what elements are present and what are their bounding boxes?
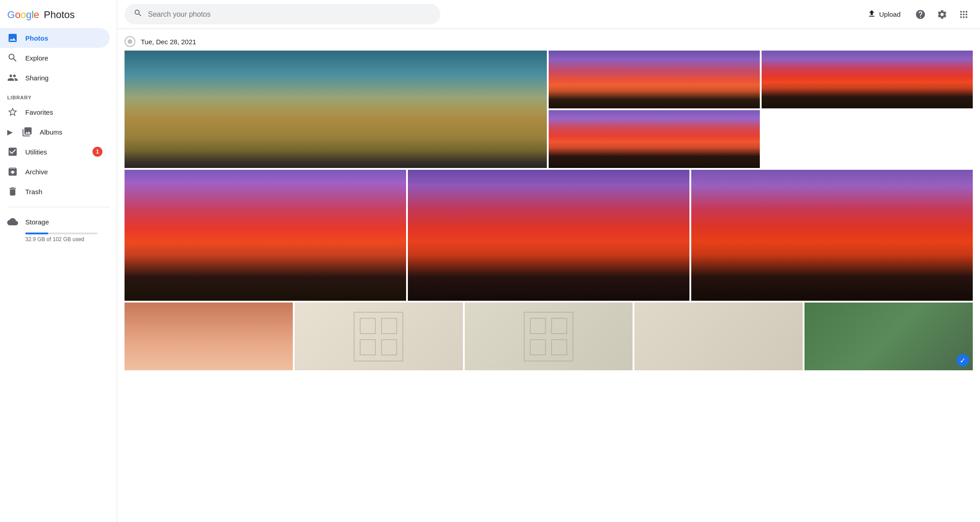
- photo-map-1[interactable]: [295, 303, 463, 370]
- settings-button[interactable]: [933, 5, 951, 23]
- photo-aerial-clouds[interactable]: [125, 51, 547, 168]
- app-header: Upload: [117, 0, 980, 29]
- photo-map-3[interactable]: [634, 303, 803, 370]
- svg-rect-8: [530, 340, 545, 355]
- header-actions: Upload: [860, 5, 973, 23]
- selected-checkmark: ✓: [957, 354, 969, 367]
- svg-rect-3: [361, 340, 376, 355]
- upload-icon: [867, 9, 876, 19]
- date-circle-fill: [128, 39, 132, 44]
- utilities-icon: [7, 146, 18, 157]
- chevron-right-icon: ▶: [7, 128, 13, 136]
- svg-rect-7: [552, 318, 567, 334]
- storage-bar-container: 32.9 GB of 102 GB used: [25, 233, 110, 242]
- apps-button[interactable]: [955, 5, 973, 23]
- svg-rect-5: [524, 312, 573, 361]
- upload-button[interactable]: Upload: [860, 5, 908, 23]
- svg-rect-4: [382, 340, 397, 355]
- app-logo: Google Photos: [0, 4, 117, 28]
- photo-green[interactable]: ✓: [804, 303, 973, 370]
- sidebar-item-favorites[interactable]: Favorites: [0, 102, 110, 122]
- photo-icon: [7, 33, 18, 43]
- sidebar: Google Photos Photos Explore Sharing LIB…: [0, 0, 117, 522]
- storage-bar-fill: [25, 233, 48, 234]
- utilities-badge: 1: [92, 147, 102, 157]
- photo-sunset-tall-2[interactable]: [408, 170, 689, 301]
- sharing-icon: [7, 72, 18, 83]
- upload-label: Upload: [879, 10, 901, 18]
- explore-icon: [7, 52, 18, 63]
- date-header: Tue, Dec 28, 2021: [125, 36, 973, 47]
- app-name: Photos: [44, 9, 75, 21]
- cloud-icon: [7, 216, 18, 227]
- search-bar[interactable]: [125, 4, 440, 24]
- sidebar-item-albums[interactable]: ▶ Albums: [0, 122, 110, 142]
- photo-sunset-city-2[interactable]: [762, 51, 973, 168]
- sidebar-item-trash[interactable]: Trash: [0, 182, 110, 201]
- sidebar-item-photos-label: Photos: [25, 34, 48, 42]
- google-wordmark: Google: [7, 9, 39, 21]
- sidebar-divider: [7, 207, 110, 207]
- search-icon: [134, 9, 143, 20]
- star-icon: [7, 107, 18, 117]
- photo-row-3: ✓: [125, 303, 973, 370]
- sidebar-item-archive-label: Archive: [25, 168, 48, 176]
- photo-sunset-city-1[interactable]: [549, 51, 760, 168]
- sidebar-item-archive[interactable]: Archive: [0, 162, 110, 182]
- date-label: Tue, Dec 28, 2021: [141, 38, 196, 46]
- main-content: Upload Tue, Dec 28, 2021: [117, 0, 980, 522]
- trash-icon: [7, 186, 18, 197]
- help-button[interactable]: [911, 5, 929, 23]
- svg-rect-2: [382, 318, 397, 334]
- sidebar-item-utilities-label: Utilities: [25, 148, 47, 156]
- sidebar-item-explore[interactable]: Explore: [0, 48, 110, 68]
- svg-rect-6: [530, 318, 545, 334]
- svg-rect-1: [361, 318, 376, 334]
- photo-area: Tue, Dec 28, 2021: [117, 29, 980, 522]
- sidebar-item-albums-label: Albums: [40, 128, 62, 136]
- sidebar-item-sharing-label: Sharing: [25, 74, 49, 82]
- svg-rect-9: [552, 340, 567, 355]
- sidebar-item-photos[interactable]: Photos: [0, 28, 110, 48]
- sidebar-item-explore-label: Explore: [25, 54, 48, 62]
- photo-row-1: [125, 51, 973, 168]
- storage-label: Storage: [25, 218, 49, 226]
- storage-section: Storage 32.9 GB of 102 GB used: [0, 213, 117, 250]
- sidebar-item-sharing[interactable]: Sharing: [0, 68, 110, 88]
- sidebar-item-favorites-label: Favorites: [25, 108, 53, 116]
- photo-bottom-sunset[interactable]: [125, 303, 293, 370]
- sidebar-item-utilities[interactable]: Utilities 1: [0, 142, 110, 162]
- archive-icon: [7, 166, 18, 177]
- library-section-label: LIBRARY: [0, 88, 117, 102]
- photo-map-2[interactable]: [465, 303, 633, 370]
- date-select-circle[interactable]: [125, 36, 135, 47]
- svg-rect-0: [354, 312, 403, 361]
- photo-sunset-tall-3[interactable]: [691, 170, 973, 301]
- search-input[interactable]: [148, 10, 431, 19]
- albums-icon: [22, 126, 32, 137]
- storage-bar-background: [25, 233, 97, 234]
- storage-usage-text: 32.9 GB of 102 GB used: [25, 236, 110, 242]
- sidebar-item-trash-label: Trash: [25, 188, 42, 196]
- storage-item[interactable]: Storage: [7, 216, 110, 227]
- photo-sunset-tall-1[interactable]: [125, 170, 406, 301]
- photo-row-2: [125, 170, 973, 301]
